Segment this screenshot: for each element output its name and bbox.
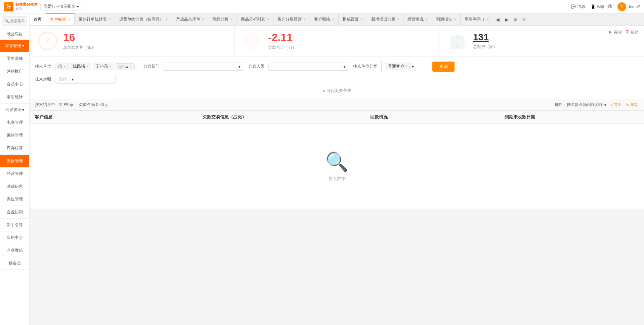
sidebar-item-retail-stats[interactable]: 零售统计	[0, 91, 29, 104]
help-button[interactable]: ❓ 帮助	[625, 30, 639, 35]
page-content: ¥ 16 总欠款客户（家） -2.11 欠款合计（万）	[30, 26, 644, 325]
card-actions: ▶ 视频 ❓ 帮助	[608, 30, 639, 35]
logo-icon: 好	[4, 2, 13, 11]
tab-close-purchase-stats[interactable]: ×	[109, 17, 111, 21]
remove-tag-wang[interactable]: ×	[109, 65, 111, 68]
tab-customer-contact[interactable]: 客户联络 ×	[310, 13, 339, 26]
tab-close-production-inbound[interactable]: ×	[202, 17, 204, 21]
help-icon: ❓	[625, 30, 630, 35]
remove-unit-class-tag[interactable]: ×	[405, 65, 407, 68]
sidebar-item-corp-wechat[interactable]: 企业微信	[0, 244, 29, 257]
summary-card-debt: -2.11 欠款合计（万）	[234, 26, 439, 57]
more-tags-button[interactable]: ...	[136, 64, 139, 69]
dept-select[interactable]: ... ▾	[164, 63, 244, 71]
unit-class-tag-normal: 普通客户 ×	[385, 63, 411, 70]
tab-home[interactable]: 首页	[30, 13, 46, 26]
search-icon: 🔍	[4, 19, 9, 23]
customers-number: 16	[63, 32, 95, 43]
remove-tag-cjttcw[interactable]: ×	[130, 65, 132, 68]
video-icon: ▶	[608, 30, 612, 35]
tabs-next-button[interactable]: ▶	[502, 13, 511, 26]
col-header-customer-info: 客户信息	[35, 114, 203, 120]
workspace-selector[interactable]: 母婴行业演示帐套 ▾	[40, 3, 82, 10]
tab-product-analysis[interactable]: 商品分析 ×	[208, 13, 237, 26]
tabs-close-all-button[interactable]: ✕	[519, 13, 529, 26]
sidebar-item-inventory[interactable]: 库存核算	[0, 142, 29, 155]
sidebar-item-purchase-mgmt[interactable]: 采购管理	[0, 129, 29, 142]
sidebar-item-new-guide[interactable]: 新手引导	[0, 219, 29, 231]
customers-label: 总欠款客户（家）	[63, 45, 95, 50]
sidebar-item-finance[interactable]: 资金管理	[0, 155, 29, 168]
tab-close-add-plan[interactable]: ×	[397, 17, 399, 21]
tab-close-retail-profit[interactable]: ×	[487, 17, 489, 21]
video-button[interactable]: ▶ 视频	[608, 30, 621, 35]
tab-raise-settings[interactable]: 提成设置 ×	[339, 13, 367, 26]
tab-inbound-stats[interactable]: 进货单统计表（按商品） ×	[115, 13, 172, 26]
tab-production-inbound[interactable]: 产成品入库单 ×	[172, 13, 209, 26]
tab-close-customer-account[interactable]: ×	[68, 18, 70, 22]
tab-product-analysis-list[interactable]: 商品分析列表 ×	[237, 13, 273, 26]
tab-customer-account[interactable]: 客户账本 ×	[46, 13, 75, 26]
collapse-button[interactable]: ∧ 收起更多条件	[321, 86, 352, 95]
chevron-down-icon2: ▾	[22, 108, 24, 112]
sidebar-item-ecommerce[interactable]: 电商管理	[0, 116, 29, 129]
tab-close-raise-settings[interactable]: ×	[361, 17, 363, 21]
sort-selector[interactable]: 排序：按欠款金额倒序排序 ▾	[555, 102, 606, 108]
unit-tag-cjttcw: cjttcw ×	[116, 63, 135, 70]
col-header-return: 回款情况	[370, 114, 504, 120]
refresh-button[interactable]: ↻ 刷新	[626, 102, 639, 108]
remove-tag-wu[interactable]: ×	[63, 65, 66, 68]
card-icon-customers: ¥	[38, 31, 58, 51]
card-info-total: 131 总客户（家）	[473, 32, 497, 50]
query-button[interactable]: 查询	[432, 62, 455, 72]
logo-text: 畅捷通好生意 标版	[15, 2, 38, 11]
messages-button[interactable]: 💬 消息	[571, 4, 585, 9]
unit-class-filter-label: 往来单位分类	[353, 64, 377, 69]
refresh-icon: ↻	[626, 103, 629, 107]
tab-profit-report[interactable]: 利润报告 ×	[432, 13, 461, 26]
empty-icon: 🔍	[325, 151, 349, 173]
content-area: 首页 客户账本 × 采购订单统计表 × 进货单统计表（按商品） × 产成品入库单…	[30, 13, 644, 325]
building-icon: 🏢	[449, 33, 466, 49]
export-button[interactable]: ↑ 导出	[610, 102, 622, 108]
tab-close-customer-tier[interactable]: ×	[304, 17, 306, 21]
tab-close-customer-contact[interactable]: ×	[332, 17, 334, 21]
tab-purchase-stats[interactable]: 采购订单统计表 ×	[75, 13, 115, 26]
tab-close-product-analysis-list[interactable]: ×	[267, 17, 269, 21]
sidebar-item-vip-member[interactable]: 畅会员	[0, 257, 29, 270]
sidebar-item-app-center[interactable]: 应用中心	[0, 231, 29, 244]
result-bar: 搜索结果中，客户0家 欠款金额 0.00元 排序：按欠款金额倒序排序 ▾ ↑ 导…	[30, 99, 644, 111]
filter-row-2: 往来余额 选择... ▾	[35, 75, 639, 84]
balance-select[interactable]: 选择... ▾	[55, 75, 116, 84]
unit-class-select[interactable]: 普通客户 × ▾	[381, 61, 428, 72]
user-menu[interactable]: D demo2	[617, 2, 640, 11]
sidebar-item-member-center[interactable]: 会员中心	[0, 78, 29, 91]
sidebar-item-marketing[interactable]: 营销推广	[0, 65, 29, 78]
sidebar-item-basic-info[interactable]: 基础信息	[0, 180, 29, 193]
tab-close-operations-status[interactable]: ×	[426, 17, 428, 21]
tabs-prev-button[interactable]: ◀	[493, 13, 502, 26]
result-info: 搜索结果中，客户0家 欠款金额 0.00元	[35, 102, 108, 108]
tab-retail-profit[interactable]: 零售利润（ ×	[461, 13, 493, 26]
sidebar-item-operations[interactable]: 经营管理	[0, 168, 29, 180]
search-menu-button[interactable]: 🔍 搜索菜单	[2, 16, 27, 26]
unit-tags: 伍 × 陈民强 × 王小亮 × cjttcw ×	[55, 63, 139, 70]
person-select[interactable]: ... ▾	[268, 63, 349, 71]
tab-close-profit-report[interactable]: ×	[454, 17, 456, 21]
sidebar-item-retail-mgmt[interactable]: 零售管理 ▾	[0, 40, 29, 52]
remove-tag-chen[interactable]: ×	[86, 65, 88, 68]
sidebar-item-retail-mall[interactable]: 零售商城	[0, 52, 29, 65]
tab-customer-tier[interactable]: 客户分层经营 ×	[273, 13, 310, 26]
message-icon: 💬	[571, 4, 576, 9]
tabs-menu-button[interactable]: ≡	[511, 13, 519, 26]
filter-area: 往来单位 伍 × 陈民强 × 王小亮 ×	[30, 57, 644, 99]
tab-close-inbound-stats[interactable]: ×	[166, 17, 168, 21]
sidebar-item-enterprise[interactable]: 企业协同	[0, 206, 29, 219]
tab-operations-status[interactable]: 经营情况 ×	[403, 13, 432, 26]
tab-close-product-analysis[interactable]: ×	[230, 17, 232, 21]
tab-add-plan[interactable]: 新增提成方案 ×	[367, 13, 404, 26]
app-download-button[interactable]: 📱 App下载	[591, 4, 612, 9]
sidebar-item-system[interactable]: 系统管理	[0, 193, 29, 206]
sidebar-item-wholesale-mgmt[interactable]: 批发管理 ▾	[0, 104, 29, 116]
quick-nav-button[interactable]: 快捷导航	[0, 29, 29, 40]
